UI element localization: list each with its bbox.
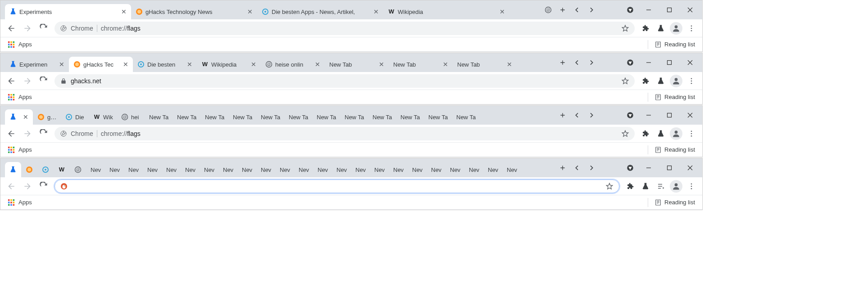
site-identity-icon[interactable] xyxy=(60,183,68,190)
reload-button[interactable] xyxy=(36,21,51,36)
chrome-menu-button[interactable] xyxy=(684,21,699,36)
extensions-button[interactable] xyxy=(638,126,653,141)
browser-tab[interactable]: New Ta xyxy=(340,109,368,125)
tab-close-icon[interactable]: ✕ xyxy=(499,8,506,15)
browser-tab[interactable]: New Ta xyxy=(145,109,173,125)
browser-tab[interactable]: Nev xyxy=(464,162,483,177)
reload-button[interactable] xyxy=(36,179,51,194)
tab-extra-icon[interactable]: @ xyxy=(542,4,554,16)
minimize-button[interactable] xyxy=(638,3,659,17)
extensions-button[interactable] xyxy=(638,74,653,88)
address-bar[interactable]: ghacks.net xyxy=(55,74,635,88)
browser-tab[interactable] xyxy=(21,162,37,177)
minimize-button[interactable] xyxy=(638,161,659,175)
browser-tab[interactable]: Nev xyxy=(370,162,389,177)
bookmark-star-icon[interactable] xyxy=(621,24,629,32)
apps-shortcut[interactable]: Apps xyxy=(5,197,35,208)
browser-tab[interactable]: W xyxy=(54,162,70,177)
browser-tab[interactable] xyxy=(5,162,21,177)
browser-tab[interactable]: Nev xyxy=(483,162,502,177)
tab-scroll-left-button[interactable] xyxy=(571,56,583,69)
browser-tab[interactable]: Nev xyxy=(313,162,332,177)
chrome-menu-button[interactable] xyxy=(684,126,699,141)
browser-tab[interactable]: Nev xyxy=(502,162,521,177)
tab-close-icon[interactable]: ✕ xyxy=(246,8,254,15)
close-window-button[interactable] xyxy=(680,3,700,17)
browser-tab[interactable]: Die xyxy=(61,109,89,125)
browser-tab[interactable]: @hei xyxy=(117,109,145,125)
back-button[interactable] xyxy=(4,126,18,141)
browser-tab[interactable]: WWikipedia✕ xyxy=(383,4,509,19)
browser-tab[interactable]: Nev xyxy=(143,162,162,177)
reload-button[interactable] xyxy=(36,126,51,141)
tab-close-icon[interactable]: ✕ xyxy=(58,61,65,68)
browser-tab[interactable]: Nev xyxy=(181,162,200,177)
browser-tab[interactable]: gHa xyxy=(33,109,61,125)
tab-close-icon[interactable]: ✕ xyxy=(442,61,449,68)
reading-list-button[interactable]: Reading list xyxy=(652,197,698,208)
browser-tab[interactable]: New Ta xyxy=(228,109,256,125)
new-tab-button[interactable] xyxy=(556,162,569,174)
browser-tab[interactable]: Nev xyxy=(427,162,445,177)
tab-close-icon[interactable]: ✕ xyxy=(373,8,380,15)
profile-avatar-button[interactable] xyxy=(669,21,683,36)
browser-tab[interactable]: Nev xyxy=(218,162,237,177)
tab-close-icon[interactable]: ✕ xyxy=(120,8,127,15)
maximize-button[interactable] xyxy=(659,161,680,175)
browser-tab[interactable]: New Ta xyxy=(200,109,228,125)
browser-tab[interactable]: Nev xyxy=(86,162,105,177)
address-bar[interactable]: Chromechrome://flags xyxy=(55,22,635,35)
back-button[interactable] xyxy=(4,21,18,36)
vpn-button[interactable] xyxy=(624,56,636,69)
browser-tab[interactable]: New Ta xyxy=(312,109,340,125)
browser-tab[interactable]: Nev xyxy=(408,162,427,177)
browser-tab[interactable]: ✕ xyxy=(5,109,33,125)
reading-list-button[interactable]: Reading list xyxy=(652,92,698,103)
reload-button[interactable] xyxy=(36,74,51,88)
browser-tab[interactable]: Experimen✕ xyxy=(5,57,69,72)
maximize-button[interactable] xyxy=(659,3,680,17)
tab-close-icon[interactable]: ✕ xyxy=(506,61,513,68)
browser-tab[interactable]: Nev xyxy=(294,162,313,177)
browser-tab[interactable]: WWikipedia✕ xyxy=(197,57,261,72)
tab-scroll-left-button[interactable] xyxy=(571,162,583,174)
browser-tab[interactable]: Nev xyxy=(162,162,181,177)
tab-scroll-right-button[interactable] xyxy=(585,4,598,16)
site-identity-icon[interactable] xyxy=(60,77,67,85)
back-button[interactable] xyxy=(4,74,18,88)
experiments-button[interactable] xyxy=(654,74,668,88)
browser-tab[interactable]: Nev xyxy=(105,162,124,177)
site-identity-icon[interactable] xyxy=(60,130,67,137)
browser-tab[interactable]: New Ta xyxy=(173,109,200,125)
experiments-button[interactable] xyxy=(638,179,653,194)
tab-close-icon[interactable]: ✕ xyxy=(250,61,257,68)
browser-tab[interactable]: WWik xyxy=(89,109,117,125)
reading-list-button[interactable]: Reading list xyxy=(652,144,698,155)
browser-tab[interactable]: Nev xyxy=(351,162,370,177)
browser-tab[interactable]: Experiments✕ xyxy=(5,4,131,19)
media-controls-button[interactable] xyxy=(654,179,668,194)
browser-tab[interactable]: Nev xyxy=(256,162,275,177)
bookmark-star-icon[interactable] xyxy=(621,130,629,138)
tab-scroll-right-button[interactable] xyxy=(585,109,598,122)
minimize-button[interactable] xyxy=(638,55,659,70)
close-window-button[interactable] xyxy=(680,108,700,122)
browser-tab[interactable]: gHacks Tec✕ xyxy=(69,57,133,72)
vpn-button[interactable] xyxy=(624,162,636,174)
browser-tab[interactable] xyxy=(37,162,54,177)
extensions-button[interactable] xyxy=(623,179,637,194)
browser-tab[interactable]: New Ta xyxy=(424,109,452,125)
chrome-menu-button[interactable] xyxy=(684,74,699,88)
tab-scroll-left-button[interactable] xyxy=(571,109,583,122)
close-window-button[interactable] xyxy=(680,161,700,175)
browser-tab[interactable]: Nev xyxy=(200,162,218,177)
apps-shortcut[interactable]: Apps xyxy=(5,39,35,50)
browser-tab[interactable]: New Tab✕ xyxy=(325,57,389,72)
close-window-button[interactable] xyxy=(680,55,700,70)
tab-scroll-right-button[interactable] xyxy=(585,56,598,69)
vpn-button[interactable] xyxy=(624,4,636,16)
chrome-menu-button[interactable] xyxy=(684,179,699,194)
browser-tab[interactable]: New Tab✕ xyxy=(389,57,453,72)
browser-tab[interactable]: New Ta xyxy=(368,109,396,125)
address-bar[interactable] xyxy=(55,180,619,193)
